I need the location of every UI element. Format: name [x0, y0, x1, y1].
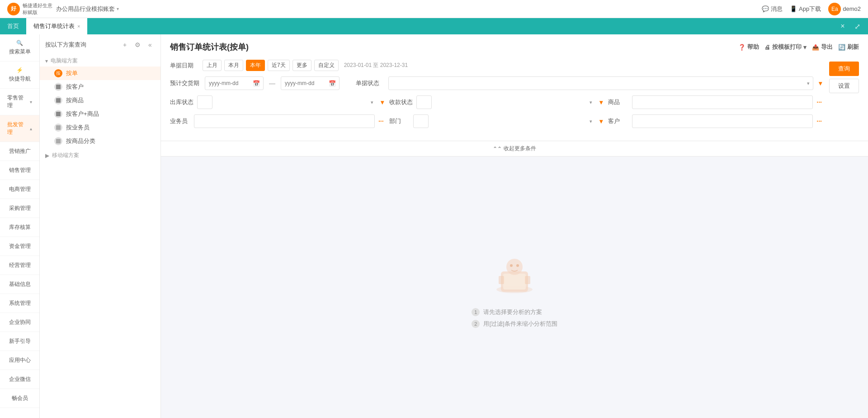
settings-scheme-button[interactable]: ⚙ — [132, 40, 142, 50]
svg-point-9 — [510, 264, 513, 267]
chevron-down-icon: ▾ — [117, 6, 119, 11]
salesperson-cell: 业务员 ··· — [170, 114, 384, 128]
filter-row-4: 业务员 ··· 部门 ▾ — [170, 114, 822, 128]
svg-rect-7 — [503, 274, 526, 290]
empty-hints: 1 请先选择要分析的方案 2 用[过滤]条件来缩小分析范围 — [472, 308, 557, 328]
window-close-button[interactable]: × — [837, 21, 848, 32]
salesperson-more-icon[interactable]: ··· — [378, 118, 384, 125]
tree-item-by-customer[interactable]: 按客户 — [40, 80, 160, 94]
sidebar-item-marketing[interactable]: 营销推广 — [0, 142, 39, 161]
page-title: 销售订单统计表(按单) — [170, 42, 249, 52]
delivery-chevron-icon[interactable]: ▾ — [381, 99, 384, 106]
collapse-icon: ⌃⌃ — [493, 146, 502, 152]
settings-button[interactable]: 设置 — [829, 79, 859, 93]
date-button-group: 上月 本月 本年 近7天 更多 自定义 — [203, 60, 339, 71]
query-button[interactable]: 查询 — [829, 62, 859, 76]
scheme-icon-goods — [54, 96, 62, 104]
collection-status-select[interactable] — [416, 95, 432, 109]
status-select[interactable] — [388, 76, 813, 90]
collapse-bar[interactable]: ⌃⌃ 收起更多条件 — [161, 141, 868, 157]
customer-input[interactable] — [632, 114, 813, 128]
top-bar-right: 💬 消息 📱 App下载 Ea demo2 — [762, 3, 861, 15]
tree-item-by-salesperson[interactable]: 按业务员 — [40, 121, 160, 134]
sidebar-item-newbie[interactable]: 新手引导 — [0, 332, 39, 351]
sidebar-item-system[interactable]: 系统管理 — [0, 294, 39, 313]
tab-sales-order[interactable]: 销售订单统计表 × — [26, 18, 87, 34]
scheme-icon-customer-goods — [54, 110, 62, 118]
scheme-icon-salesperson — [54, 124, 62, 132]
avatar: Ea — [828, 3, 841, 15]
goods-input[interactable] — [632, 95, 813, 109]
collection-chevron-icon[interactable]: ▾ — [599, 99, 603, 106]
user-profile[interactable]: Ea demo2 — [828, 3, 861, 15]
svg-rect-4 — [56, 139, 61, 143]
export-icon: 📤 — [812, 44, 819, 51]
sidebar-item-finance[interactable]: 资金管理 — [0, 237, 39, 256]
window-expand-button[interactable]: ⤢ — [852, 21, 863, 32]
tree-item-by-customer-goods[interactable]: 按客户+商品 — [40, 107, 160, 121]
message-action[interactable]: 💬 消息 — [762, 5, 783, 13]
logo-area: 好 畅捷通好生意 标赋版 — [7, 2, 52, 15]
export-button[interactable]: 📤 导出 — [812, 43, 833, 51]
date-btn-custom[interactable]: 自定义 — [314, 60, 339, 71]
sidebar-item-search[interactable]: 🔍 搜索菜单 — [0, 34, 39, 62]
dept-chevron-icon[interactable]: ▾ — [599, 118, 603, 125]
chevron-right-icon: ▾ — [30, 100, 32, 104]
help-button[interactable]: ❓ 帮助 — [738, 43, 759, 51]
sidebar-item-inventory[interactable]: 库存核算 — [0, 218, 39, 237]
sidebar-item-shortcuts[interactable]: ⚡ 快捷导航 — [0, 62, 39, 89]
template-print-button[interactable]: 🖨 按模板打印 ▾ — [764, 43, 807, 51]
customer-more-icon[interactable]: ··· — [816, 118, 822, 125]
filter-section: 销售订单统计表(按单) ❓ 帮助 🖨 按模板打印 ▾ 📤 — [161, 34, 868, 141]
tab-close-icon[interactable]: × — [77, 24, 80, 29]
tree-item-by-goods-category[interactable]: 按商品分类 — [40, 134, 160, 148]
tree-category-desktop[interactable]: ▾ 电脑端方案 — [40, 53, 160, 66]
app-download-action[interactable]: 📱 App下载 — [790, 5, 821, 13]
date-btn-this-month[interactable]: 本月 — [224, 60, 243, 71]
tab-home[interactable]: 首页 — [0, 18, 26, 34]
date-btn-this-year[interactable]: 本年 — [246, 60, 265, 71]
page-title-actions: ❓ 帮助 🖨 按模板打印 ▾ 📤 导出 🔄 — [738, 43, 859, 51]
date-btn-last-month[interactable]: 上月 — [203, 60, 222, 71]
status-more-icon[interactable]: ▾ — [819, 80, 822, 87]
sidebar-item-member[interactable]: 畅会员 — [0, 389, 39, 408]
delivery-status-select[interactable] — [197, 95, 212, 109]
tree-expand-icon: ▾ — [45, 58, 48, 64]
add-scheme-button[interactable]: + — [120, 40, 130, 50]
goods-more-icon[interactable]: ··· — [816, 99, 822, 106]
sidebar: 🔍 搜索菜单 ⚡ 快捷导航 零售管理 ▾ 批发管理 ▴ 营销推广 销售管理 电商… — [0, 34, 40, 418]
right-panel: 销售订单统计表(按单) ❓ 帮助 🖨 按模板打印 ▾ 📤 — [161, 34, 868, 418]
sidebar-item-sales[interactable]: 销售管理 — [0, 161, 39, 180]
sidebar-item-ecommerce[interactable]: 电商管理 — [0, 180, 39, 199]
tree-item-by-goods[interactable]: 按商品 — [40, 94, 160, 107]
expected-date-from-input[interactable] — [205, 76, 264, 90]
sidebar-item-wechat[interactable]: 企业微信 — [0, 370, 39, 389]
logo-icon: 好 — [7, 3, 20, 15]
salesperson-input[interactable] — [194, 114, 375, 128]
date-btn-7days[interactable]: 近7天 — [268, 60, 290, 71]
sidebar-item-apps[interactable]: 应用中心 — [0, 351, 39, 370]
search-icon: 🔍 — [16, 40, 23, 46]
sidebar-item-retail[interactable]: 零售管理 ▾ — [0, 89, 39, 115]
sidebar-item-purchase[interactable]: 采购管理 — [0, 199, 39, 218]
dept-select[interactable] — [413, 114, 429, 128]
sidebar-item-operations[interactable]: 经营管理 — [0, 256, 39, 275]
collapse-panel-button[interactable]: « — [145, 40, 155, 50]
tree-item-by-order[interactable]: 按 按单 — [40, 66, 160, 80]
left-panel-actions: + ⚙ « — [120, 40, 155, 50]
delivery-status-cell: 出库状态 ▾ — [170, 95, 384, 109]
sidebar-item-basic-info[interactable]: 基础信息 — [0, 275, 39, 294]
hint-num-1: 1 — [472, 308, 480, 316]
page-title-row: 销售订单统计表(按单) ❓ 帮助 🖨 按模板打印 ▾ 📤 — [170, 42, 859, 52]
app-icon: 📱 — [790, 5, 797, 12]
sidebar-item-enterprise[interactable]: 企业协同 — [0, 313, 39, 332]
help-icon: ❓ — [738, 44, 745, 51]
date-range-display: 2023-01-01 至 2023-12-31 — [344, 62, 408, 69]
sidebar-item-wholesale[interactable]: 批发管理 ▴ — [0, 115, 39, 142]
expected-date-to-input[interactable] — [281, 76, 340, 90]
refresh-button[interactable]: 🔄 刷新 — [838, 43, 859, 51]
tree-category-mobile[interactable]: ▶ 移动端方案 — [40, 148, 160, 161]
workspace-selector[interactable]: 办公用品行业模拟账套 ▾ — [56, 5, 119, 13]
empty-illustration — [487, 247, 542, 301]
date-btn-more[interactable]: 更多 — [292, 60, 311, 71]
